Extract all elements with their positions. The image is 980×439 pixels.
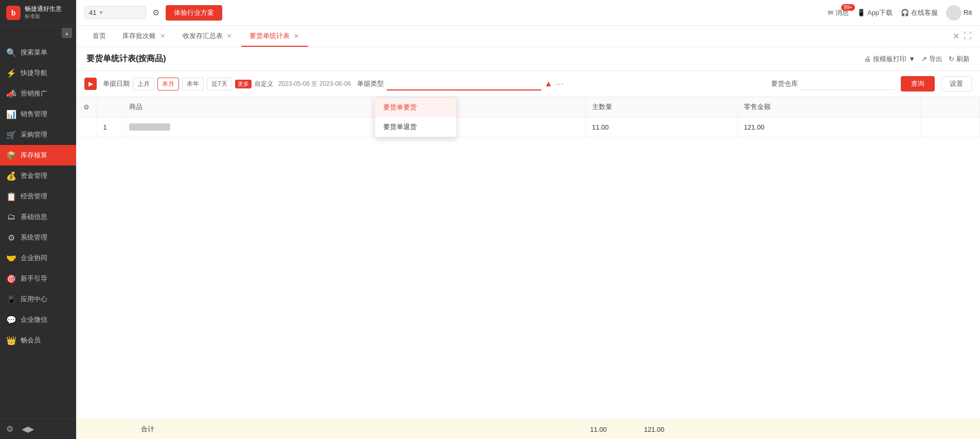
this-month-btn[interactable]: 本月 xyxy=(157,78,179,90)
purchase-icon: 🛒 xyxy=(6,130,16,140)
cell-quantity: 11.00 xyxy=(585,117,737,137)
this-year-btn[interactable]: 本年 xyxy=(182,78,204,90)
warehouse-filter: 要货仓库 xyxy=(771,78,895,90)
dropdown-item-return[interactable]: 要货单退货 xyxy=(375,117,456,137)
logo: b 畅捷通好生意 标准版 xyxy=(0,0,76,26)
print-icon: 🖨 xyxy=(864,55,871,63)
table-row: 1 块 11.00 121.00 xyxy=(76,117,980,137)
wechat-icon: 💬 xyxy=(6,315,16,325)
sidebar-item-quicknav[interactable]: ⚡ 快捷导航 xyxy=(0,63,76,83)
table-footer: 合计 11.00 121.00 xyxy=(76,419,980,439)
gear-icon[interactable]: ⚙ xyxy=(152,8,159,17)
custom-date-btn[interactable]: 自定义 xyxy=(255,80,273,88)
logo-subtitle: 标准版 xyxy=(25,13,62,20)
last-month-btn[interactable]: 上月 xyxy=(133,78,154,90)
type-dropdown: 要货单要货 要货单退货 xyxy=(375,97,457,137)
print-btn[interactable]: 🖨 按模板打印 ▼ xyxy=(864,54,915,64)
app-download-btn[interactable]: 📱 App下载 xyxy=(857,8,893,17)
dropdown-item-requisition[interactable]: 要货单要货 xyxy=(375,98,456,117)
download-icon: 📱 xyxy=(857,9,865,16)
headset-icon: 🎧 xyxy=(901,9,909,16)
logo-icon: b xyxy=(6,6,21,20)
sidebar-item-newbie[interactable]: 🎯 新手引导 xyxy=(0,268,76,289)
tab-receivable[interactable]: 收发存汇总表✕ xyxy=(174,26,241,47)
sidebar-item-wechat[interactable]: 💬 企业微信 xyxy=(0,309,76,330)
trial-btn[interactable]: 体验行业方案 xyxy=(166,5,222,21)
message-btn[interactable]: ✉ 消息 99+ xyxy=(828,8,849,17)
col-amount: 零售金额 xyxy=(738,97,920,117)
tab-requisition[interactable]: 要货单统计表✕ xyxy=(241,26,308,47)
settings-col-icon[interactable]: ⚙ xyxy=(83,103,90,111)
footer-label: 合计 xyxy=(141,425,172,434)
sidebar-nav: 🔍 搜索菜单 ⚡ 快捷导航 📣 营销推广 📊 销售管理 🛒 采购管理 📦 库存核… xyxy=(0,40,76,418)
tab-close-batch[interactable]: ✕ xyxy=(159,32,166,40)
newbie-icon: 🎯 xyxy=(6,273,16,284)
filter-settings-btn[interactable]: 设置 xyxy=(941,76,972,92)
store-selector[interactable]: 41 ▼ xyxy=(84,6,146,19)
export-btn[interactable]: ↗ 导出 xyxy=(921,54,942,64)
query-btn[interactable]: 查询 xyxy=(901,76,935,92)
warehouse-input[interactable] xyxy=(800,78,895,90)
last-7days-btn[interactable]: 近7天 xyxy=(207,78,232,90)
tab-close-requisition[interactable]: ✕ xyxy=(293,32,300,40)
sidebar-item-finance[interactable]: 💰 资金管理 xyxy=(0,166,76,186)
cell-amount: 121.00 xyxy=(738,117,920,137)
more-badge[interactable]: 更多 xyxy=(235,80,252,88)
warehouse-label: 要货仓库 xyxy=(771,79,798,88)
collapse-icon[interactable]: ◀▶ xyxy=(22,424,34,434)
page-header-actions: 🖨 按模板打印 ▼ ↗ 导出 ↻ 刷新 xyxy=(864,54,970,64)
footer-quantity: 11.00 xyxy=(556,426,607,433)
sidebar-item-system[interactable]: ⚙ 系统管理 xyxy=(0,227,76,248)
chevron-up-icon[interactable]: ▲ xyxy=(544,79,553,88)
col-extra xyxy=(920,97,979,117)
footer-amount: 121.00 xyxy=(613,426,665,433)
sidebar-item-search[interactable]: 🔍 搜索菜单 xyxy=(0,42,76,63)
sidebar-item-enterprise[interactable]: 🤝 企业协同 xyxy=(0,248,76,268)
tab-close-receivable[interactable]: ✕ xyxy=(226,32,233,40)
scroll-up-btn[interactable]: ▲ xyxy=(62,28,72,38)
sidebar-item-inventory[interactable]: 📦 库存核算 xyxy=(0,145,76,166)
col-no xyxy=(97,97,122,117)
type-input[interactable] xyxy=(387,78,541,90)
expand-filter-btn[interactable]: ▶ xyxy=(84,78,97,90)
marketing-icon: 📣 xyxy=(6,88,16,99)
sidebar-item-operation[interactable]: 📋 经营管理 xyxy=(0,186,76,207)
sidebar-item-appstore[interactable]: 📱 应用中心 xyxy=(0,289,76,309)
page-title: 要货单统计表(按商品) xyxy=(86,53,166,64)
service-btn[interactable]: 🎧 在线客服 xyxy=(901,8,938,17)
inventory-icon: 📦 xyxy=(6,150,16,160)
maximize-icon[interactable]: ⛶ xyxy=(964,31,972,41)
finance-icon: 💰 xyxy=(6,171,16,181)
sidebar-item-sales[interactable]: 📊 销售管理 xyxy=(0,104,76,124)
col-quantity: 主数量 xyxy=(585,97,737,117)
chevron-down-icon: ▼ xyxy=(908,55,915,63)
topbar: 41 ▼ ⚙ 体验行业方案 ✉ 消息 99+ 📱 App下载 🎧 在线客服 Ri… xyxy=(76,0,980,26)
settings-icon[interactable]: ⚙ xyxy=(6,424,13,434)
appstore-icon: 📱 xyxy=(6,294,16,304)
tab-home[interactable]: 首页 xyxy=(84,26,114,47)
user-avatar[interactable]: Rit xyxy=(946,5,972,21)
tab-batch[interactable]: 库存批次账✕ xyxy=(114,26,174,47)
close-all-tabs-icon[interactable]: ✕ xyxy=(953,31,959,41)
refresh-icon: ↻ xyxy=(949,55,954,63)
more-options-icon[interactable]: ⋯ xyxy=(556,79,564,89)
message-badge: 99+ xyxy=(841,4,855,11)
export-icon: ↗ xyxy=(921,55,927,63)
quicknav-icon: ⚡ xyxy=(6,68,16,78)
sidebar-item-purchase[interactable]: 🛒 采购管理 xyxy=(0,124,76,145)
sidebar-bottom: ⚙ ◀▶ xyxy=(0,418,76,439)
cell-product xyxy=(122,117,372,137)
operation-icon: 📋 xyxy=(6,191,16,202)
sidebar-item-basic[interactable]: 🗂 基础信息 xyxy=(0,207,76,227)
page-content: 要货单统计表(按商品) 🖨 按模板打印 ▼ ↗ 导出 ↻ 刷新 ▶ xyxy=(76,47,980,439)
cell-no: 1 xyxy=(97,117,122,137)
message-icon: ✉ xyxy=(828,9,833,16)
refresh-btn[interactable]: ↻ 刷新 xyxy=(949,54,970,64)
sidebar-item-member[interactable]: 👑 畅会员 xyxy=(0,330,76,351)
sales-icon: 📊 xyxy=(6,109,16,119)
type-filter-group: 单据类型 ▲ ⋯ xyxy=(357,78,765,90)
main: 41 ▼ ⚙ 体验行业方案 ✉ 消息 99+ 📱 App下载 🎧 在线客服 Ri… xyxy=(76,0,980,439)
sidebar-item-marketing[interactable]: 📣 营销推广 xyxy=(0,83,76,104)
store-number: 41 xyxy=(89,9,96,16)
col-settings: ⚙ xyxy=(76,97,97,117)
